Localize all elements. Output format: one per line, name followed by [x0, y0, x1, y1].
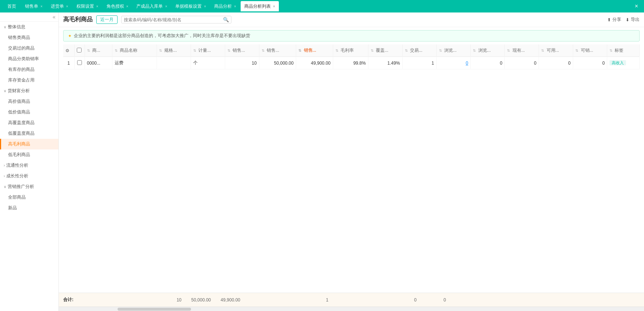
table-container: ⚙ ⇅ 商... ⇅ 商品名称	[59, 44, 644, 293]
sort-icon-sprofit: ⇅	[298, 48, 301, 53]
sidebar-item-low-margin[interactable]: 低毛利商品	[0, 149, 58, 160]
close-tab-sales[interactable]: ×	[40, 4, 43, 8]
select-all-checkbox[interactable]	[77, 48, 82, 53]
sidebar-item-low-value[interactable]: 低价值商品	[0, 107, 58, 117]
cell-available: 0	[539, 57, 573, 69]
sort-icon-trade: ⇅	[405, 48, 408, 53]
nav-tab-analysis[interactable]: 商品分析 ×	[211, 1, 240, 11]
cell-unit: 个	[191, 57, 225, 69]
col-views1[interactable]: ⇅ 浏览...	[436, 44, 471, 57]
col-views2[interactable]: ⇅ 浏览...	[471, 44, 505, 57]
col-sales-profit[interactable]: ⇅ 销售...	[296, 44, 333, 57]
sidebar-item-high-coverage[interactable]: 高覆盖度商品	[0, 117, 58, 128]
settings-icon[interactable]: ⚙	[65, 48, 69, 53]
share-button[interactable]: ⬆ 分享	[607, 17, 621, 23]
col-tag[interactable]: ⇅ 标签	[607, 44, 640, 57]
sidebar-group-marketing[interactable]: ∨ 营销推广分析	[0, 181, 58, 192]
col-code[interactable]: ⇅ 商...	[84, 44, 112, 57]
arrow-down-icon-2: ∨	[4, 89, 6, 93]
sort-icon-v1: ⇅	[439, 48, 442, 53]
sidebar-item-inventory-capital[interactable]: 库存资金占用	[0, 75, 58, 86]
close-tab-products[interactable]: ×	[165, 4, 167, 8]
close-tab-analysis[interactable]: ×	[234, 4, 236, 8]
col-unit[interactable]: ⇅ 计量...	[191, 44, 225, 57]
sort-icon-gm: ⇅	[335, 48, 338, 53]
table-header-row: ⚙ ⇅ 商... ⇅ 商品名称	[63, 44, 640, 57]
sort-icon-cs: ⇅	[507, 48, 510, 53]
nav-tab-sales[interactable]: 销售单 ×	[21, 1, 46, 11]
cell-sales-amount: 50,000.00	[259, 57, 296, 69]
footer-empty1	[242, 297, 272, 303]
col-settings[interactable]: ⚙	[63, 44, 74, 57]
main-layout: « ∨ 整体信息 销售类商品 交易过的商品 商品分类助销率 有库存的商品 库存资…	[0, 12, 644, 311]
window-close-button[interactable]: ×	[632, 3, 641, 10]
col-spec[interactable]: ⇅ 规格...	[156, 44, 191, 57]
footer-current-stock: 0	[389, 297, 419, 303]
footer-empty2	[272, 297, 301, 303]
sidebar-group-wealth[interactable]: ∨ 货财富分析	[0, 86, 58, 96]
sidebar-collapse-button[interactable]: «	[53, 14, 55, 20]
nav-tab-products[interactable]: 产成品入库单 ×	[133, 1, 171, 11]
close-tab-templates[interactable]: ×	[204, 4, 206, 8]
sidebar-item-traded-goods[interactable]: 交易过的商品	[0, 43, 58, 54]
close-tab-analysis-list[interactable]: ×	[273, 4, 275, 8]
sidebar-item-all-goods[interactable]: 全部商品	[0, 192, 58, 203]
sidebar-item-high-margin[interactable]: 高毛利商品	[0, 139, 58, 149]
scroll-thumb[interactable]	[118, 308, 191, 311]
nav-tab-templates[interactable]: 单据模板设置 ×	[172, 1, 210, 11]
info-banner: ✦ 企业的主要的利润都是这部分商品创造的，可考虑加大推广，同时关注库存是不要出现…	[63, 30, 640, 41]
col-coverage[interactable]: ⇅ 覆盖...	[368, 44, 402, 57]
cell-checkbox[interactable]	[74, 57, 84, 69]
col-name[interactable]: ⇅ 商品名称	[112, 44, 156, 57]
close-tab-purchase[interactable]: ×	[66, 4, 68, 8]
col-sales-amount[interactable]: ⇅ 销售...	[259, 44, 296, 57]
cell-views2: 0	[471, 57, 505, 69]
sidebar-item-stocked-goods[interactable]: 有库存的商品	[0, 64, 58, 75]
row-checkbox[interactable]	[77, 60, 82, 65]
export-icon: ⬇	[626, 17, 629, 22]
content-area: 高毛利商品 近一月 🔍 ⬆ 分享 ⬇ 导出 ✦ 企业的主要的利润都是这部分商品创…	[59, 12, 644, 311]
sidebar-group-growth[interactable]: › 成长性分析	[0, 171, 58, 181]
sidebar-item-sales-goods[interactable]: 销售类商品	[0, 32, 58, 43]
footer-available: 0	[419, 297, 448, 303]
cell-gross-margin: 99.8%	[333, 57, 368, 69]
footer-empty3	[331, 297, 360, 303]
sidebar-group-liquidity[interactable]: › 流通性分析	[0, 160, 58, 171]
export-button[interactable]: ⬇ 导出	[626, 17, 640, 23]
close-tab-permissions[interactable]: ×	[96, 4, 98, 8]
search-input[interactable]	[124, 17, 222, 22]
sidebar-item-category-rate[interactable]: 商品分类助销率	[0, 54, 58, 64]
arrow-right-icon-2: ›	[4, 174, 5, 178]
close-tab-roles[interactable]: ×	[126, 4, 129, 8]
nav-tab-purchase[interactable]: 进货单 ×	[47, 1, 72, 11]
col-checkbox[interactable]	[74, 44, 84, 57]
col-current-stock[interactable]: ⇅ 现有...	[505, 44, 539, 57]
time-filter-button[interactable]: 近一月	[96, 15, 118, 24]
sidebar-group-general[interactable]: ∨ 整体信息	[0, 22, 58, 32]
nav-tab-permissions[interactable]: 权限设置 ×	[73, 1, 102, 11]
cell-views1[interactable]: 0	[436, 57, 471, 69]
sidebar-item-high-value[interactable]: 高价值商品	[0, 96, 58, 107]
footer-trade: 1	[301, 297, 331, 303]
sidebar-collapse-area: «	[0, 12, 58, 22]
col-gross-margin[interactable]: ⇅ 毛利率	[333, 44, 368, 57]
share-icon: ⬆	[607, 17, 611, 22]
sort-icon-tag: ⇅	[609, 48, 612, 53]
sort-icon-name: ⇅	[115, 48, 118, 53]
cell-spec	[156, 57, 191, 69]
footer-sales-qty: 10	[154, 297, 184, 303]
nav-tab-roles[interactable]: 角色授权 ×	[103, 1, 132, 11]
sidebar-item-new-goods[interactable]: 新品	[0, 203, 58, 213]
col-trade[interactable]: ⇅ 交易...	[402, 44, 436, 57]
content-header: 高毛利商品 近一月 🔍 ⬆ 分享 ⬇ 导出	[59, 12, 644, 27]
nav-tab-home[interactable]: 首页	[3, 1, 21, 11]
horizontal-scrollbar[interactable]	[59, 307, 644, 311]
footer-sales-profit: 49,900.00	[213, 297, 242, 303]
sidebar-item-low-coverage[interactable]: 低覆盖度商品	[0, 128, 58, 139]
sort-icon-spec: ⇅	[159, 48, 162, 53]
nav-tab-analysis-list[interactable]: 商品分析列表 ×	[241, 1, 279, 11]
search-icon[interactable]: 🔍	[223, 17, 229, 22]
col-sales-qty[interactable]: ⇅ 销售...	[225, 44, 259, 57]
col-available[interactable]: ⇅ 可用...	[539, 44, 573, 57]
col-sellable[interactable]: ⇅ 可销...	[573, 44, 607, 57]
